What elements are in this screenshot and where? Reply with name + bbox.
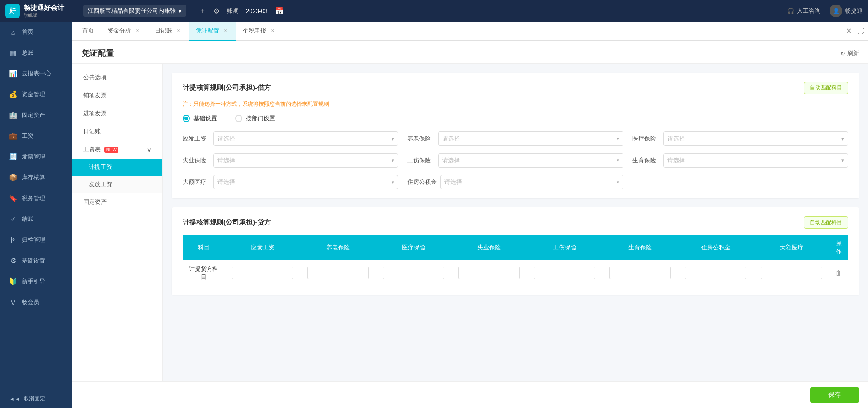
sidebar-item-assets[interactable]: 🏢 固定资产 [0, 105, 72, 126]
sidebar-item-ledger[interactable]: ▦ 总账 [0, 42, 72, 63]
refresh-icon: ↻ [840, 50, 845, 57]
delete-row-icon[interactable]: 🗑 [835, 269, 842, 277]
left-nav-calc-salary[interactable]: 计提工资 [72, 159, 162, 176]
sidebar-item-guide[interactable]: 🔰 新手引导 [0, 271, 72, 292]
user-name: 畅捷通 [845, 7, 863, 15]
tab-voucher-close[interactable]: × [222, 27, 229, 34]
select-unemployment[interactable]: 请选择 ▾ [213, 153, 398, 168]
select-injury[interactable]: 请选择 ▾ [438, 153, 623, 168]
select-big-medical[interactable]: 请选择 ▾ [213, 175, 398, 189]
fund-icon: 💰 [9, 90, 17, 98]
input-maternity[interactable] [609, 267, 671, 279]
input-unemployment[interactable] [458, 267, 520, 279]
left-nav-sub: 计提工资 发放工资 [72, 159, 162, 193]
expand-icon[interactable]: ⛶ [857, 27, 864, 35]
input-pension[interactable] [307, 267, 369, 279]
settings-icon[interactable]: ⚙ [213, 7, 220, 15]
left-nav-journal[interactable]: 日记账 [72, 122, 162, 141]
avatar-icon: 👤 [833, 8, 840, 14]
sidebar-item-reports[interactable]: 📊 云报表中心 [0, 63, 72, 84]
left-nav-pay-salary[interactable]: 发放工资 [72, 176, 162, 193]
tab-home-label: 首页 [82, 27, 94, 35]
input-injury[interactable] [534, 267, 595, 279]
label-unemployment: 失业保险 [183, 156, 210, 164]
sidebar-item-archive[interactable]: 🗄 归档管理 [0, 230, 72, 250]
period-value: 2023-03 [246, 8, 268, 14]
left-nav-public[interactable]: 公共选项 [72, 68, 162, 86]
tab-tax-label: 个税申报 [243, 27, 266, 35]
cell-unemployment [452, 260, 527, 286]
sidebar-item-checkout[interactable]: ✓ 结账 [0, 209, 72, 230]
select-medical[interactable]: 请选择 ▾ [663, 131, 848, 146]
select-maternity[interactable]: 请选择 ▾ [663, 153, 848, 168]
select-medical-arrow: ▾ [841, 136, 844, 142]
sidebar-item-tax[interactable]: 🔖 税务管理 [0, 188, 72, 209]
credit-section-title: 计提核算规则(公司承担)-贷方 [183, 218, 271, 227]
tab-tax[interactable]: 个税申报 × [236, 22, 283, 41]
sidebar-label-tax: 税务管理 [22, 194, 45, 202]
sidebar-item-invoice[interactable]: 🧾 发票管理 [0, 146, 72, 167]
radio-basic[interactable]: 基础设置 [183, 114, 217, 122]
company-selector[interactable]: 江西服宝精品有限责任公司内账张 ▾ [83, 5, 186, 17]
ledger-icon: ▦ [9, 49, 17, 57]
tab-fund-close[interactable]: × [134, 27, 141, 34]
sidebar-item-inventory[interactable]: 📦 库存核算 [0, 167, 72, 188]
user-area[interactable]: 👤 畅捷通 [830, 5, 863, 17]
close-window-icon[interactable]: ✕ [846, 27, 852, 35]
select-pension-arrow: ▾ [617, 136, 619, 142]
sidebar-label-checkout: 结账 [22, 215, 33, 223]
select-unemployment-arrow: ▾ [392, 158, 394, 164]
tab-journal-label: 日记账 [155, 27, 172, 35]
left-nav-fixed-assets[interactable]: 固定资产 [72, 193, 162, 211]
support-label: 人工咨询 [797, 7, 821, 15]
radio-dept-circle [235, 115, 242, 122]
radio-basic-label: 基础设置 [193, 114, 217, 122]
input-apply-salary[interactable] [232, 267, 293, 279]
top-bar-right: 🎧 人工咨询 👤 畅捷通 [787, 5, 863, 17]
tab-home[interactable]: 首页 [76, 22, 100, 41]
cell-housing-fund [678, 260, 754, 286]
tab-tax-close[interactable]: × [269, 27, 276, 34]
top-bar-actions: ＋ ⚙ 账期 2023-03 📅 [199, 6, 284, 16]
support-button[interactable]: 🎧 人工咨询 [787, 7, 821, 15]
tab-journal[interactable]: 日记账 × [148, 22, 189, 41]
select-housing-fund[interactable]: 请选择 ▾ [440, 175, 623, 189]
radio-basic-circle [183, 115, 190, 122]
sidebar-item-salary[interactable]: 💼 工资 [0, 126, 72, 146]
tab-fund-label: 资金分析 [108, 27, 131, 35]
tab-voucher[interactable]: 凭证配置 × [189, 22, 236, 41]
select-apply-salary[interactable]: 请选择 ▾ [213, 131, 398, 146]
sidebar-item-home[interactable]: ⌂ 首页 [0, 22, 72, 42]
refresh-button[interactable]: ↻ 刷新 [840, 49, 859, 57]
tab-fund[interactable]: 资金分析 × [101, 22, 147, 41]
sidebar-item-member[interactable]: V 畅会员 [0, 292, 72, 313]
left-nav-salary-header[interactable]: 工资表 NEW ∨ [72, 141, 162, 159]
debit-section-title: 计提核算规则(公司承担)-借方 [183, 84, 271, 92]
sidebar-label-member: 畅会员 [22, 298, 39, 306]
sidebar-label-assets: 固定资产 [22, 111, 45, 119]
sidebar-label-settings: 基础设置 [22, 257, 45, 265]
add-icon[interactable]: ＋ [199, 6, 206, 16]
sidebar: ⌂ 首页 ▦ 总账 📊 云报表中心 💰 资金管理 🏢 固定资产 💼 工资 🧾 发… [0, 22, 72, 408]
cell-apply-salary [225, 260, 301, 286]
field-housing-fund: 住房公积金 请选择 ▾ [407, 175, 623, 189]
calendar-icon[interactable]: 📅 [275, 7, 284, 15]
sidebar-item-settings[interactable]: ⚙ 基础设置 [0, 250, 72, 271]
save-button[interactable]: 保存 [810, 387, 859, 403]
sidebar-item-fund[interactable]: 💰 资金管理 [0, 84, 72, 105]
left-nav-purchase[interactable]: 进项发票 [72, 104, 162, 122]
radio-dept[interactable]: 按部门设置 [235, 114, 275, 122]
tab-journal-close[interactable]: × [175, 27, 182, 34]
left-nav-sales[interactable]: 销项发票 [72, 86, 162, 104]
select-pension[interactable]: 请选择 ▾ [438, 131, 623, 146]
select-housing-fund-arrow: ▾ [617, 179, 619, 185]
debit-auto-match-button[interactable]: 自动匹配科目 [804, 82, 848, 94]
input-housing-fund[interactable] [685, 267, 746, 279]
input-medical[interactable] [383, 267, 444, 279]
input-big-medical[interactable] [761, 267, 822, 279]
main-panel: 计提核算规则(公司承担)-借方 自动匹配科目 注：只能选择一种方式，系统将按照您… [163, 64, 868, 381]
cell-pension [301, 260, 376, 286]
col-pension: 养老保险 [301, 235, 376, 260]
credit-auto-match-button[interactable]: 自动匹配科目 [804, 216, 848, 229]
sidebar-cancel-pin[interactable]: ◄◄ 取消固定 [0, 389, 72, 408]
